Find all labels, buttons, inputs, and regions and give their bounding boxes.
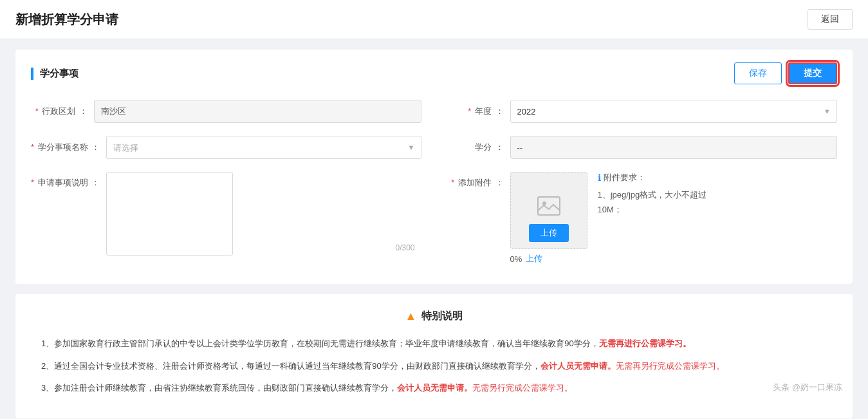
req-title: ℹ 附件要求： (598, 172, 707, 183)
credit-label: 学分 ： (447, 142, 505, 153)
upload-percent: 0% (510, 254, 522, 264)
form-row-1: * 行政区划 ： 南沙区 * 年度 ： 2022 2021 2023 (31, 100, 837, 123)
credit-item-select[interactable]: 请选择 (106, 136, 421, 159)
return-button[interactable]: 返回 (808, 9, 853, 30)
section-card: 学分事项 保存 提交 * 行政区划 ： 南沙区 * 年度 ： (15, 50, 853, 284)
notice-item-2: 2、通过全国会计专业技术资格、注册会计师资格考试，每通过一科确认通过当年继续教育… (41, 358, 827, 375)
req-item-2: 10M； (598, 202, 707, 217)
description-count: 0/300 (395, 243, 414, 252)
action-buttons: 保存 提交 (734, 62, 837, 84)
description-label: * 申请事项说明 ： (31, 172, 101, 189)
req-list: 1、jpeg/jpg格式，大小不超过 10M； (598, 187, 707, 218)
notice-item-2-highlight1: 会计人员无需申请。 (540, 361, 616, 371)
svg-rect-0 (538, 197, 560, 215)
year-select[interactable]: 2022 2021 2023 (510, 100, 838, 123)
submit-button[interactable]: 提交 (788, 62, 837, 84)
image-icon (537, 196, 560, 221)
credit-row: 学分 ： -- (447, 136, 838, 159)
notice-title: 特别说明 (421, 310, 463, 323)
attachment-row: * 添加附件 ： (447, 172, 838, 265)
page-header: 新增折算学分申请 返回 (0, 0, 868, 39)
credit-item-row: * 学分事项名称 ： 请选择 ▼ (31, 136, 421, 159)
year-label: * 年度 ： (447, 106, 505, 117)
year-select-wrapper: 2022 2021 2023 ▼ (510, 100, 838, 123)
notice-item-3: 3、参加注册会计师继续教育，由省注协继续教育系统回传，由财政部门直接确认继续教育… (41, 380, 827, 396)
notice-item-1: 1、参加国家教育行政主管部门承认的中专以上会计类学位学历教育，在校期间无需进行继… (41, 336, 827, 352)
attachment-label: * 添加附件 ： (447, 172, 505, 189)
year-row: * 年度 ： 2022 2021 2023 ▼ (447, 100, 838, 123)
warning-icon: ▲ (405, 310, 417, 323)
page-title: 新增折算学分申请 (15, 11, 118, 28)
info-icon: ℹ (598, 172, 601, 183)
upload-button[interactable]: 上传 (529, 224, 569, 242)
main-content: 学分事项 保存 提交 * 行政区划 ： 南沙区 * 年度 ： (0, 39, 868, 419)
upload-link[interactable]: 上传 (526, 253, 542, 265)
notice-title-row: ▲ 特别说明 (41, 310, 827, 323)
section-header: 学分事项 保存 提交 (31, 62, 837, 84)
form-row-3: * 申请事项说明 ： 0/300 * 添加附件 ： (31, 172, 837, 265)
upload-progress-row: 0% 上传 (510, 253, 587, 265)
description-wrapper: 0/300 (106, 172, 421, 257)
special-notice-card: ▲ 特别说明 1、参加国家教育行政主管部门承认的中专以上会计类学位学历教育，在校… (15, 294, 853, 418)
svg-point-1 (542, 201, 546, 205)
notice-item-3-highlight1: 会计人员无需申请。 (397, 383, 472, 393)
district-label: * 行政区划 ： (31, 106, 89, 117)
notice-item-1-highlight: 无需再进行公需课学习。 (599, 339, 691, 348)
req-item-1: 1、jpeg/jpg格式，大小不超过 (598, 187, 707, 202)
notice-item-3-highlight2: 无需另行完成公需课学习。 (472, 383, 573, 393)
district-row: * 行政区划 ： 南沙区 (31, 100, 421, 123)
notice-item-2-highlight2: 无需再另行完成公需课学习。 (616, 361, 725, 371)
credit-item-select-wrapper: 请选择 ▼ (106, 136, 421, 159)
attachment-preview: 上传 (510, 172, 587, 249)
section-title: 学分事项 (31, 68, 78, 80)
attachment-requirements: ℹ 附件要求： 1、jpeg/jpg格式，大小不超过 10M； (598, 172, 707, 218)
description-textarea[interactable] (106, 172, 233, 256)
district-value: 南沙区 (94, 100, 421, 123)
save-button[interactable]: 保存 (734, 62, 782, 84)
attachment-section: 上传 0% 上传 ℹ 附件要求： 1、jpeg/jpg格式， (510, 172, 707, 265)
credit-value: -- (510, 136, 838, 159)
form-row-2: * 学分事项名称 ： 请选择 ▼ 学分 ： -- (31, 136, 837, 159)
credit-item-label: * 学分事项名称 ： (31, 142, 101, 153)
description-row: * 申请事项说明 ： 0/300 (31, 172, 421, 265)
